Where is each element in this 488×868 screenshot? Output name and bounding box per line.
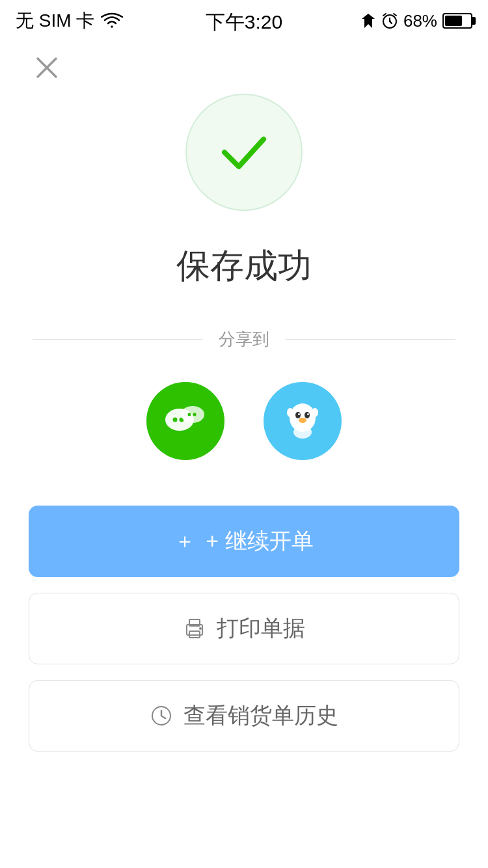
alarm-icon	[381, 12, 398, 29]
close-button[interactable]	[29, 49, 65, 86]
svg-point-6	[181, 406, 204, 423]
status-bar-left: 无 SIM 卡	[16, 8, 123, 33]
battery-percent: 68%	[403, 11, 437, 31]
divider-line-left	[33, 339, 203, 340]
svg-point-21	[199, 627, 202, 630]
continue-label: + 继续开单	[206, 526, 313, 556]
share-label: 分享到	[219, 328, 269, 351]
success-circle	[185, 94, 303, 211]
continue-button[interactable]: ＋ + 继续开单	[29, 506, 459, 577]
print-label: 打印单据	[217, 614, 305, 644]
svg-point-11	[305, 412, 310, 418]
print-icon	[183, 617, 206, 640]
status-bar-right: 68%	[360, 11, 472, 31]
svg-point-16	[287, 408, 293, 417]
close-icon	[35, 56, 59, 79]
battery-icon	[442, 13, 472, 29]
svg-point-8	[193, 413, 197, 416]
share-divider: 分享到	[0, 328, 488, 351]
divider-line-right	[285, 339, 455, 340]
location-icon	[360, 12, 376, 29]
qq-share-button[interactable]	[264, 382, 342, 460]
svg-point-12	[298, 413, 300, 415]
action-buttons: ＋ + 继续开单 打印单据 查看销货单历史	[0, 506, 488, 752]
svg-point-15	[293, 426, 312, 439]
svg-point-17	[312, 408, 318, 417]
share-icons	[146, 382, 342, 460]
status-bar-time: 下午3:20	[206, 9, 282, 36]
svg-point-14	[299, 418, 306, 423]
wechat-icon	[163, 401, 208, 441]
status-bar: 无 SIM 卡 下午3:20 68%	[0, 0, 488, 42]
svg-point-13	[307, 413, 309, 415]
plus-icon: ＋	[174, 527, 195, 556]
history-button[interactable]: 查看销货单历史	[29, 680, 459, 752]
history-icon	[150, 704, 173, 727]
print-button[interactable]: 打印单据	[29, 593, 459, 664]
wechat-share-button[interactable]	[146, 382, 224, 460]
qq-icon	[280, 398, 325, 444]
wifi-icon	[101, 12, 123, 29]
main-content: 保存成功 分享到	[0, 42, 488, 752]
success-title: 保存成功	[176, 243, 312, 289]
svg-point-4	[173, 418, 178, 422]
sim-status: 无 SIM 卡	[16, 8, 94, 33]
checkmark-icon	[215, 123, 273, 182]
svg-point-10	[295, 412, 301, 418]
svg-point-7	[188, 413, 191, 416]
history-label: 查看销货单历史	[183, 701, 338, 731]
